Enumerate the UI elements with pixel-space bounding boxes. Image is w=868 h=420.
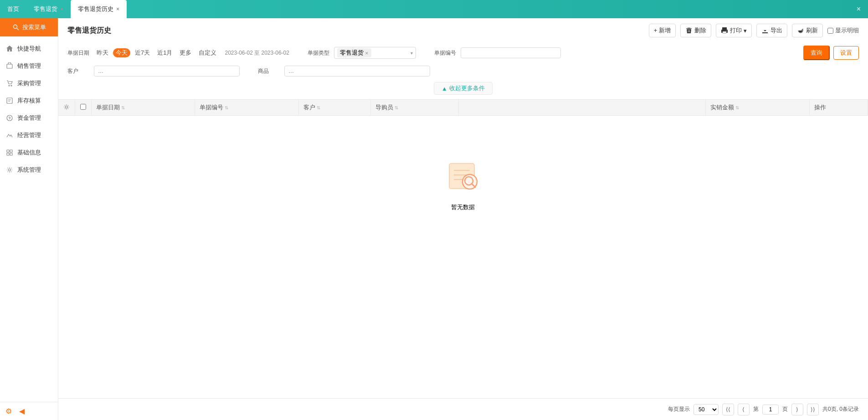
- customer-input[interactable]: [94, 66, 240, 77]
- settings-icon-button[interactable]: ⚙: [5, 407, 12, 415]
- tab-bar: 首页 零售退货 × 零售退货历史 ×: [0, 0, 849, 18]
- sidebar-item-system[interactable]: 系统管理: [0, 161, 58, 179]
- col-guide: 导购员 ⇅: [370, 100, 458, 116]
- prev-page-button[interactable]: ⟨: [738, 404, 750, 415]
- data-table: 单据日期 ⇅ 单据编号 ⇅ 客户: [58, 100, 868, 248]
- col-guide-sort[interactable]: 导购员 ⇅: [375, 103, 454, 112]
- date-range-display: 2023-06-02 至 2023-06-02: [225, 49, 289, 57]
- content-area: 零售退货历史 + 新增 删除 打印 ▾: [58, 18, 868, 420]
- query-button[interactable]: 查询: [803, 46, 830, 60]
- sidebar-item-quick-nav-label: 快捷导航: [17, 45, 41, 53]
- sort-icon-customer: ⇅: [317, 105, 320, 110]
- operations-icon: [5, 131, 14, 139]
- sidebar: 搜索菜单 快捷导航 销售管理 采购管理: [0, 18, 58, 420]
- inventory-icon: [5, 97, 14, 105]
- sidebar-item-inventory[interactable]: 库存核算: [0, 92, 58, 109]
- show-detail-toggle[interactable]: 显示明细: [827, 26, 859, 35]
- date-option-more[interactable]: 更多: [177, 48, 194, 57]
- doc-type-label: 单据类型: [308, 49, 330, 57]
- goods-filter: 商品: [258, 66, 430, 77]
- date-option-today[interactable]: 今天: [113, 48, 130, 57]
- sort-icon-doc-no: ⇅: [225, 105, 228, 110]
- date-option-yesterday[interactable]: 昨天: [94, 48, 111, 57]
- tab-retail-return[interactable]: 零售退货 ×: [26, 0, 71, 18]
- export-icon: [761, 27, 769, 34]
- doc-type-select[interactable]: 零售退货 × ▾: [334, 47, 416, 59]
- tab-retail-return-label: 零售退货: [34, 5, 57, 13]
- settings-button[interactable]: 设置: [833, 46, 859, 60]
- collapse-label: 收起更多条件: [449, 84, 485, 92]
- col-actual-amount: 实销金额 ⇅: [706, 100, 810, 116]
- system-icon: [5, 166, 14, 174]
- basic-info-icon: [5, 149, 14, 157]
- col-doc-no-sort[interactable]: 单据编号 ⇅: [200, 103, 294, 112]
- sidebar-item-finance[interactable]: 资金管理: [0, 109, 58, 127]
- sidebar-item-purchase[interactable]: 采购管理: [0, 75, 58, 92]
- date-option-custom[interactable]: 自定义: [196, 48, 219, 57]
- print-button[interactable]: 打印 ▾: [716, 24, 752, 37]
- next-page-button[interactable]: ⟩: [791, 404, 803, 415]
- sidebar-item-finance-label: 资金管理: [17, 114, 41, 122]
- last-page-button[interactable]: ⟩⟩: [807, 404, 819, 415]
- sidebar-item-sales[interactable]: 销售管理: [0, 57, 58, 75]
- print-dropdown-icon[interactable]: ▾: [744, 27, 747, 34]
- delete-button[interactable]: 删除: [680, 24, 711, 37]
- tab-retail-return-history[interactable]: 零售退货历史 ×: [71, 0, 127, 18]
- sidebar-search[interactable]: 搜索菜单: [0, 18, 58, 36]
- col-doc-date-label: 单据日期: [96, 103, 120, 112]
- doc-type-filter: 单据类型 零售退货 × ▾: [308, 47, 416, 59]
- refresh-button[interactable]: 刷新: [792, 24, 823, 37]
- svg-point-4: [11, 85, 12, 86]
- date-option-1month[interactable]: 近1月: [154, 48, 175, 57]
- doc-type-tag-close[interactable]: ×: [365, 50, 369, 56]
- tab-home[interactable]: 首页: [0, 0, 26, 18]
- tab-retail-return-close[interactable]: ×: [60, 6, 63, 12]
- tab-retail-return-history-close[interactable]: ×: [116, 6, 119, 12]
- sort-icon-guide: ⇅: [395, 105, 398, 110]
- first-page-button[interactable]: ⟨⟨: [722, 404, 734, 415]
- customer-filter: 客户: [67, 66, 240, 77]
- svg-point-3: [9, 85, 10, 86]
- col-checkbox[interactable]: [75, 100, 91, 116]
- svg-point-15: [726, 31, 727, 31]
- col-settings[interactable]: [58, 100, 75, 116]
- sidebar-item-operations[interactable]: 经营管理: [0, 127, 58, 144]
- goods-input[interactable]: [284, 66, 430, 77]
- date-filter-label: 单据日期: [67, 49, 90, 57]
- collapse-up-icon: ▲: [442, 85, 447, 92]
- goods-filter-label: 商品: [258, 67, 281, 75]
- page-header: 零售退货历史 + 新增 删除 打印 ▾: [58, 18, 868, 100]
- settings-button-label: 设置: [840, 49, 852, 56]
- page-unit-label: 页: [782, 405, 788, 413]
- col-doc-date-sort[interactable]: 单据日期 ⇅: [96, 103, 190, 112]
- col-actual-amount-sort[interactable]: 实销金额 ⇅: [710, 103, 805, 112]
- doc-no-filter: 单据编号: [434, 47, 561, 58]
- collapse-sidebar-button[interactable]: ◀: [19, 407, 25, 415]
- export-button[interactable]: 导出: [756, 24, 787, 37]
- table-body: 暂无数据: [58, 116, 868, 248]
- delete-button-label: 删除: [694, 26, 706, 35]
- doc-no-input[interactable]: [461, 47, 561, 58]
- query-button-label: 查询: [811, 49, 822, 56]
- page-number-input[interactable]: 1: [762, 405, 779, 415]
- window-close-button[interactable]: ×: [849, 5, 868, 13]
- col-operation-label: 操作: [814, 104, 826, 111]
- collapse-filter-button[interactable]: ▲ 收起更多条件: [434, 82, 493, 95]
- svg-point-6: [7, 115, 12, 121]
- svg-rect-8: [10, 150, 12, 152]
- sidebar-item-basic-info[interactable]: 基础信息: [0, 144, 58, 161]
- col-customer-label: 客户: [303, 103, 315, 112]
- sort-icon-actual-amount: ⇅: [735, 105, 739, 110]
- new-button-label: + 新增: [654, 26, 671, 35]
- show-detail-checkbox[interactable]: [827, 28, 833, 34]
- sidebar-item-quick-nav[interactable]: 快捷导航: [0, 40, 58, 57]
- per-page-select[interactable]: 10 20 50 100: [693, 404, 719, 415]
- show-detail-label: 显示明细: [835, 26, 859, 35]
- tab-retail-return-history-label: 零售退货历史: [78, 5, 113, 13]
- select-all-checkbox[interactable]: [80, 104, 86, 110]
- empty-text: 暂无数据: [451, 203, 475, 211]
- home-icon: [5, 45, 14, 53]
- col-customer-sort[interactable]: 客户 ⇅: [303, 103, 365, 112]
- date-option-7days[interactable]: 近7天: [132, 48, 153, 57]
- new-button[interactable]: + 新增: [649, 24, 676, 37]
